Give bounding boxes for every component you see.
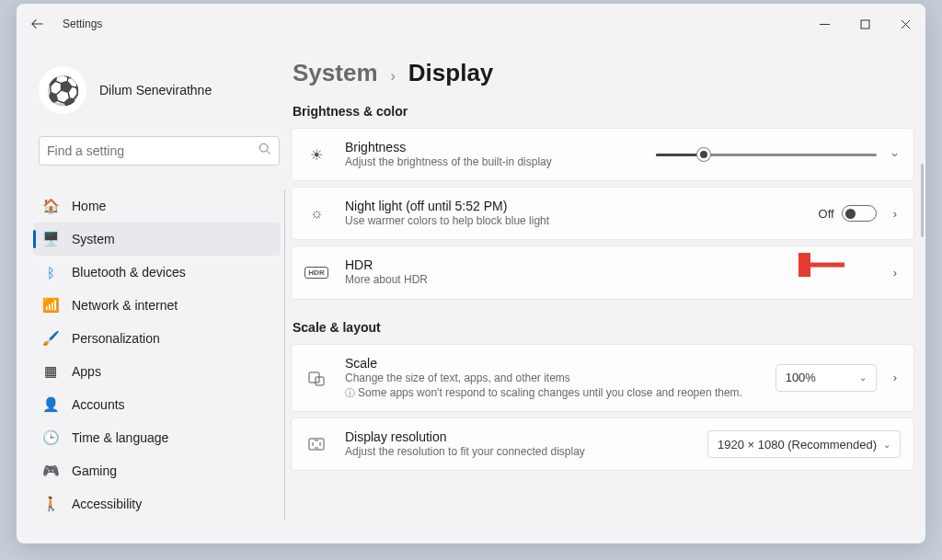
svg-line-3 <box>267 151 270 154</box>
nav-label: Apps <box>72 364 101 379</box>
bluetooth-icon: ᛒ <box>42 264 59 280</box>
section-brightness-color: Brightness & color <box>293 104 914 119</box>
breadcrumb-parent[interactable]: System <box>293 59 378 87</box>
chevron-down-icon: ⌄ <box>883 440 890 450</box>
nav-label: System <box>72 232 115 246</box>
brightness-slider[interactable] <box>656 154 877 156</box>
card-body: HDR More about HDR <box>345 257 873 287</box>
card-sub: Adjust the resolution to fit your connec… <box>345 444 691 459</box>
main-panel: System › Display Brightness & color ☀ Br… <box>291 44 925 543</box>
window-title: Settings <box>63 17 102 30</box>
nav-label: Network & internet <box>72 298 178 313</box>
card-title: Scale <box>345 356 759 371</box>
back-button[interactable] <box>26 13 48 35</box>
section-scale-layout: Scale & layout <box>293 320 914 335</box>
hdr-card[interactable]: HDR HDR More about HDR › <box>291 246 914 299</box>
svg-point-2 <box>259 143 268 152</box>
sun-icon: ☀ <box>304 146 328 164</box>
titlebar: Settings <box>17 4 925 44</box>
card-sub: Adjust the brightness of the built-in di… <box>345 154 639 169</box>
hdr-icon: HDR <box>304 267 328 279</box>
chevron-right-icon[interactable]: › <box>890 371 901 384</box>
brush-icon: 🖌️ <box>42 330 59 347</box>
night-light-card[interactable]: ☼ Night light (off until 5:52 PM) Use wa… <box>291 187 914 240</box>
maximize-button[interactable] <box>844 9 885 39</box>
search-icon <box>258 143 271 159</box>
toggle-label: Off <box>819 207 834 221</box>
nav-label: Time & language <box>72 430 168 445</box>
nav-label: Accounts <box>72 397 125 412</box>
resolution-card[interactable]: Display resolution Adjust the resolution… <box>291 417 914 471</box>
minimize-button[interactable] <box>804 9 844 39</box>
card-sub: More about HDR <box>345 272 873 287</box>
breadcrumb: System › Display <box>291 59 914 87</box>
nav-accounts[interactable]: 👤Accounts <box>33 388 281 421</box>
nav-bluetooth[interactable]: ᛒBluetooth & devices <box>33 256 281 289</box>
card-right: 100% ⌄ › <box>775 364 901 392</box>
nav-personalization[interactable]: 🖌️Personalization <box>33 322 281 355</box>
card-body: Display resolution Adjust the resolution… <box>345 429 691 459</box>
slider-thumb[interactable] <box>697 148 710 161</box>
brightness-card[interactable]: ☀ Brightness Adjust the brightness of th… <box>291 128 914 181</box>
night-light-toggle-group: Off <box>819 205 877 222</box>
resolution-dropdown[interactable]: 1920 × 1080 (Recommended) ⌄ <box>707 430 901 458</box>
chevron-down-icon: ⌄ <box>859 372 867 383</box>
nav-label: Home <box>72 199 106 213</box>
card-info: Some apps won't respond to scaling chang… <box>345 385 759 400</box>
night-light-icon: ☼ <box>304 205 328 222</box>
resolution-icon <box>304 435 328 453</box>
nav-gaming[interactable]: 🎮Gaming <box>33 454 281 487</box>
card-title: Brightness <box>345 140 639 154</box>
card-body: Brightness Adjust the brightness of the … <box>345 140 639 169</box>
close-button[interactable] <box>885 9 925 39</box>
dropdown-value: 1920 × 1080 (Recommended) <box>718 438 877 451</box>
titlebar-left: Settings <box>26 13 102 35</box>
nav-label: Accessibility <box>72 497 142 511</box>
system-icon: 🖥️ <box>42 231 59 247</box>
nav-system[interactable]: 🖥️System <box>33 223 281 256</box>
card-title: HDR <box>345 257 873 272</box>
wifi-icon: 📶 <box>42 297 59 314</box>
night-light-toggle[interactable] <box>842 205 877 222</box>
card-right: 1920 × 1080 (Recommended) ⌄ <box>707 430 901 458</box>
nav-label: Bluetooth & devices <box>72 265 186 280</box>
window-controls <box>804 9 925 39</box>
chevron-right-icon[interactable]: › <box>890 266 901 280</box>
card-title: Night light (off until 5:52 PM) <box>345 199 802 213</box>
chevron-right-icon: › <box>391 68 396 85</box>
chevron-right-icon[interactable]: › <box>890 207 901 221</box>
nav-label: Personalization <box>72 331 160 346</box>
avatar: ⚽ <box>39 66 86 114</box>
scale-icon <box>304 369 328 387</box>
person-icon: 👤 <box>42 396 59 413</box>
chevron-down-icon[interactable]: › <box>888 149 902 160</box>
card-right: › <box>890 266 901 280</box>
apps-icon: ▦ <box>42 363 59 380</box>
nav-time[interactable]: 🕒Time & language <box>33 421 281 454</box>
nav-apps[interactable]: ▦Apps <box>33 355 281 388</box>
gamepad-icon: 🎮 <box>42 463 59 479</box>
nav-home[interactable]: 🏠Home <box>33 189 281 223</box>
card-sub: Use warmer colors to help block blue lig… <box>345 213 802 228</box>
card-right: Off › <box>819 205 901 222</box>
scale-dropdown[interactable]: 100% ⌄ <box>775 364 877 392</box>
search-input[interactable] <box>47 143 258 158</box>
svg-rect-1 <box>861 20 869 29</box>
nav-list: 🏠Home 🖥️System ᛒBluetooth & devices 📶Net… <box>33 189 285 520</box>
settings-window: Settings ⚽ Dilum Senevirathne 🏠Home 🖥️Sy… <box>17 4 925 543</box>
card-sub: Change the size of text, apps, and other… <box>345 371 759 385</box>
dropdown-value: 100% <box>786 371 816 384</box>
scale-card[interactable]: Scale Change the size of text, apps, and… <box>291 344 914 412</box>
card-body: Scale Change the size of text, apps, and… <box>345 356 759 400</box>
card-right: › <box>656 148 901 162</box>
nav-accessibility[interactable]: 🚶Accessibility <box>33 487 281 520</box>
home-icon: 🏠 <box>42 198 59 214</box>
user-profile[interactable]: ⚽ Dilum Senevirathne <box>39 66 285 114</box>
scrollbar-thumb[interactable] <box>921 164 924 237</box>
clock-icon: 🕒 <box>42 429 59 446</box>
card-body: Night light (off until 5:52 PM) Use warm… <box>345 199 802 228</box>
search-box[interactable] <box>39 136 280 166</box>
nav-label: Gaming <box>72 463 117 478</box>
nav-network[interactable]: 📶Network & internet <box>33 289 281 322</box>
card-title: Display resolution <box>345 429 691 444</box>
